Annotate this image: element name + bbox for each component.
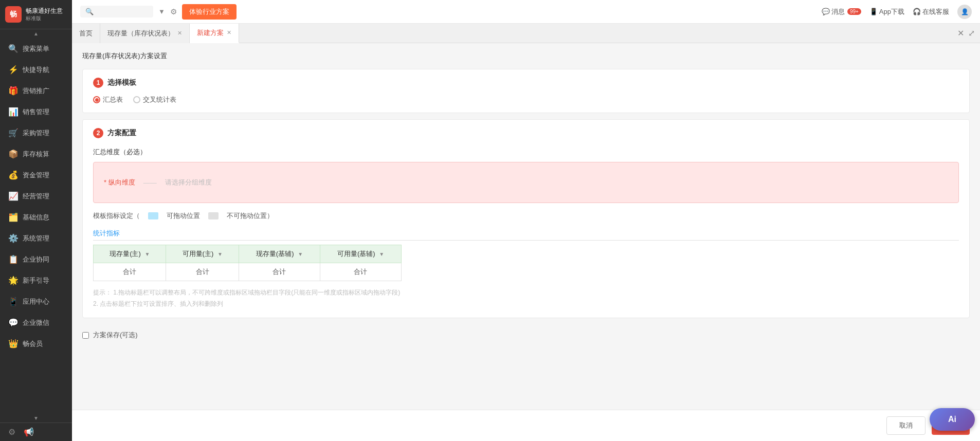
message-item[interactable]: 💬 消息 99+ <box>822 7 861 16</box>
stats-table: 现存量(主) ▼ 可用量(主) ▼ 现存量(基辅) ▼ <box>93 245 402 281</box>
close-panel-btn[interactable]: ✕ <box>957 28 964 38</box>
sidebar-item-vip[interactable]: 👑 畅会员 <box>0 333 72 354</box>
col-dropdown-2[interactable]: ▼ <box>217 251 223 257</box>
industry-btn[interactable]: 体验行业方案 <box>182 4 237 20</box>
topbar-left: 🔍 ▼ ⚙ 体验行业方案 <box>80 4 237 20</box>
page-title: 现存量(库存状况表)方案设置 <box>82 51 970 61</box>
sidebar-item-label: 经营管理 <box>23 192 49 201</box>
sidebar-scroll-down[interactable]: ▼ <box>0 414 72 422</box>
app-download-label: App下载 <box>879 7 904 16</box>
dimension-separator: —— <box>143 179 157 187</box>
save-checkbox[interactable] <box>82 332 89 339</box>
col-header-4[interactable]: 可用量(基辅) ▼ <box>320 245 401 263</box>
dimension-area[interactable]: * 纵向维度 —— 请选择分组维度 <box>93 162 959 203</box>
tab-home[interactable]: 首页 <box>72 24 100 43</box>
sidebar-item-label: 应用中心 <box>23 297 49 306</box>
online-service-item[interactable]: 🎧 在线客服 <box>913 7 949 16</box>
sidebar-scroll-up[interactable]: ▲ <box>0 29 72 38</box>
cell-1-2: 合计 <box>166 263 239 281</box>
sidebar-item-apps[interactable]: 📱 应用中心 <box>0 291 72 312</box>
crown-icon: 👑 <box>8 339 19 348</box>
sidebar-item-finance[interactable]: 💰 资金管理 <box>0 164 72 186</box>
col-header-3-label: 现存量(基辅) <box>256 250 294 258</box>
sidebar-item-management[interactable]: 📈 经营管理 <box>0 186 72 207</box>
save-option-row: 方案保存(可选) <box>82 324 970 346</box>
folder-icon: 🗂️ <box>8 212 19 222</box>
download-icon: 📱 <box>869 8 878 15</box>
col-header-2[interactable]: 可用量(主) ▼ <box>166 245 239 263</box>
col-dropdown-3[interactable]: ▼ <box>298 251 303 257</box>
app-download-item[interactable]: 📱 App下载 <box>869 7 904 16</box>
ai-fab-button[interactable]: Ai <box>930 408 975 431</box>
chat-icon: 💬 <box>8 318 19 327</box>
cell-1-1: 合计 <box>94 263 166 281</box>
sidebar-item-label: 新手引导 <box>23 276 49 285</box>
sidebar-item-label: 资金管理 <box>23 171 49 180</box>
template-options: 汇总表 交叉统计表 <box>93 95 959 104</box>
col-dropdown-4[interactable]: ▼ <box>379 251 384 257</box>
dropdown-arrow[interactable]: ▼ <box>158 8 165 15</box>
sidebar-item-label: 系统管理 <box>23 234 49 243</box>
indicator-prefix: 模板指标设定（ <box>93 211 140 220</box>
aggregation-label: 汇总维度（必选） <box>93 148 959 157</box>
sidebar-item-label: 销售管理 <box>23 107 49 117</box>
tab-new-scheme-close[interactable]: ✕ <box>227 29 231 36</box>
user-avatar[interactable]: 👤 <box>957 5 972 19</box>
tab-inventory-close[interactable]: ✕ <box>177 30 182 36</box>
tab-new-scheme-label: 新建方案 <box>197 28 224 38</box>
option-cross[interactable]: 交叉统计表 <box>133 95 176 104</box>
chart-icon: 📊 <box>8 107 19 117</box>
tips-area: 提示： 1.拖动标题栏可以调整布局，不可跨维度或指标区域拖动栏目字段(只能在同一… <box>93 287 959 309</box>
tab-inventory[interactable]: 现存量（库存状况表） ✕ <box>100 24 190 43</box>
topbar-gear-icon[interactable]: ⚙ <box>170 7 177 16</box>
option-cross-label: 交叉统计表 <box>143 95 176 104</box>
main-area: 🔍 ▼ ⚙ 体验行业方案 💬 消息 99+ 📱 App下载 🎧 在线客服 👤 <box>72 0 980 441</box>
sidebar-item-label: 搜索菜单 <box>23 44 49 53</box>
sidebar-item-label: 基础信息 <box>23 213 49 222</box>
sidebar-item-purchase[interactable]: 🛒 采购管理 <box>0 122 72 143</box>
search-input[interactable] <box>97 8 148 15</box>
col-header-1-label: 现存量(主) <box>110 250 141 258</box>
content-area: 现存量(库存状况表)方案设置 1 选择模板 汇总表 交叉统计表 2 <box>72 43 980 410</box>
settings-footer-icon[interactable]: ⚙ <box>8 427 15 437</box>
search-icon: 🔍 <box>85 8 94 15</box>
sidebar-item-search[interactable]: 🔍 搜索菜单 <box>0 38 72 59</box>
radio-summary[interactable] <box>93 96 100 103</box>
draggable-label: 可拖动位置 <box>167 211 200 220</box>
expand-panel-btn[interactable]: ⤢ <box>968 28 975 38</box>
option-summary[interactable]: 汇总表 <box>93 95 123 104</box>
col-dropdown-1[interactable]: ▼ <box>144 251 150 257</box>
col-header-3[interactable]: 现存量(基辅) ▼ <box>239 245 320 263</box>
sidebar-item-label: 企业协同 <box>23 255 49 264</box>
cell-1-3: 合计 <box>239 263 320 281</box>
sidebar-item-inventory[interactable]: 📦 库存核算 <box>0 143 72 164</box>
tabbar-right: ✕ ⤢ <box>952 28 980 38</box>
step1-section: 1 选择模板 汇总表 交叉统计表 <box>82 69 970 113</box>
sidebar-item-sales[interactable]: 📊 销售管理 <box>0 101 72 122</box>
footer-bar: 取消 查询 <box>72 410 980 441</box>
step2-section: 2 方案配置 汇总维度（必选） * 纵向维度 —— 请选择分组维度 模板指标设定… <box>82 119 970 318</box>
speaker-icon[interactable]: 📢 <box>24 427 34 437</box>
col-header-1[interactable]: 现存量(主) ▼ <box>94 245 166 263</box>
sidebar-item-system[interactable]: ⚙️ 系统管理 <box>0 228 72 249</box>
sidebar-item-label: 畅会员 <box>23 339 43 348</box>
sidebar-item-basic[interactable]: 🗂️ 基础信息 <box>0 207 72 228</box>
config-section: 汇总维度（必选） * 纵向维度 —— 请选择分组维度 模板指标设定（ 可拖动位置… <box>93 148 959 309</box>
sidebar-item-guide[interactable]: 🌟 新手引导 <box>0 270 72 291</box>
table-row-1: 合计 合计 合计 合计 <box>94 263 402 281</box>
online-service-label: 在线客服 <box>922 7 949 16</box>
sidebar-item-wechat[interactable]: 💬 企业微信 <box>0 312 72 333</box>
sidebar: 畅 畅康通好生意 标准版 ▲ 🔍 搜索菜单 ⚡ 快捷导航 🎁 营销推广 📊 销售… <box>0 0 72 441</box>
step2-badge: 2 <box>93 128 103 138</box>
sidebar-item-marketing[interactable]: 🎁 营销推广 <box>0 80 72 101</box>
sidebar-item-quick-nav[interactable]: ⚡ 快捷导航 <box>0 59 72 80</box>
search-box[interactable]: 🔍 <box>80 6 153 17</box>
sidebar-item-label: 企业微信 <box>23 318 49 327</box>
radio-cross[interactable] <box>133 96 140 103</box>
sidebar-item-contract[interactable]: 📋 企业协同 <box>0 249 72 270</box>
topbar-right: 💬 消息 99+ 📱 App下载 🎧 在线客服 👤 <box>822 5 972 19</box>
step1-title: 选择模板 <box>107 78 136 87</box>
tab-new-scheme[interactable]: 新建方案 ✕ <box>190 24 239 43</box>
message-badge: 99+ <box>847 8 861 15</box>
cancel-button[interactable]: 取消 <box>886 416 925 435</box>
